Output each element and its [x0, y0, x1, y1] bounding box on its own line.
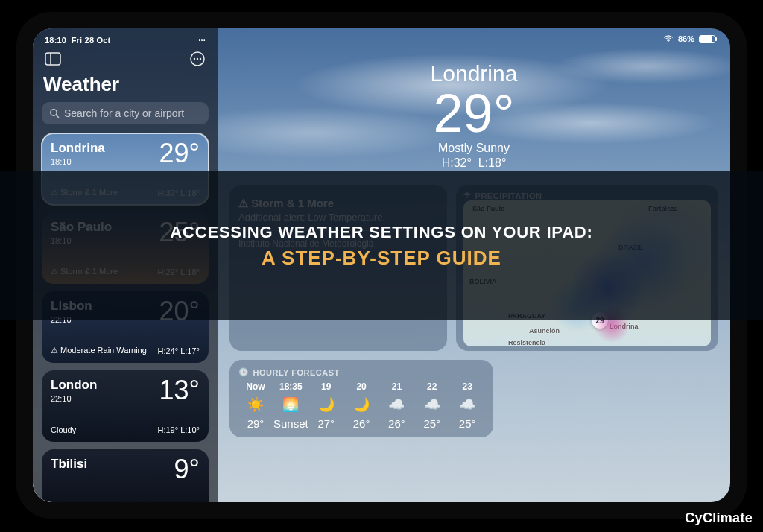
sidebar-toolbar	[40, 46, 210, 73]
hero-hilo: H:32° L:18°	[229, 156, 718, 170]
title-overlay: ACCESSING WEATHER SETTINGS ON YOUR IPAD:…	[0, 171, 763, 320]
hour-icon: ☁️	[424, 396, 440, 413]
hour-label: 21	[392, 381, 402, 392]
city-temp: 29°	[159, 138, 200, 169]
clock-icon: 🕒	[238, 367, 250, 377]
search-icon	[49, 108, 60, 118]
search-placeholder: Search for a city or airport	[64, 107, 184, 119]
svg-point-5	[200, 58, 201, 60]
wifi-icon	[663, 35, 674, 42]
city-temp: 9°	[174, 454, 200, 485]
map-label: Londrina	[610, 323, 639, 330]
hour-icon: ☁️	[388, 396, 405, 413]
battery-percent: 86%	[678, 34, 694, 43]
svg-point-3	[194, 58, 195, 60]
hourly-item: 20🌙26°	[344, 381, 379, 430]
overlay-line2: A STEP-BY-STEP GUIDE	[262, 247, 501, 270]
hourly-item: 19🌙27°	[309, 381, 343, 430]
hour-label: Now	[246, 381, 265, 392]
hourly-item: Now☀️29°	[238, 381, 273, 430]
hour-temp: 27°	[317, 417, 335, 430]
hour-label: 19	[321, 381, 331, 392]
hourly-item: 18:35🌅Sunset	[273, 381, 308, 430]
map-label: Resistencia	[508, 339, 545, 346]
brand-watermark: CyClimate	[685, 510, 753, 526]
city-hilo: H:24° L:17°	[158, 346, 200, 355]
hourly-forecast-panel[interactable]: 🕒 HOURLY FORECAST Now☀️29°18:35🌅Sunset19…	[229, 360, 493, 437]
hour-label: 20	[356, 381, 366, 392]
svg-point-8	[668, 41, 669, 42]
svg-rect-0	[45, 53, 60, 65]
overlay-line1: ACCESSING WEATHER SETTINGS ON YOUR IPAD:	[170, 223, 592, 242]
hero-temp: 29°	[229, 86, 718, 140]
hero-condition: Mostly Sunny	[229, 142, 718, 155]
hero: Londrina 29° Mostly Sunny H:32° L:18°	[229, 61, 718, 170]
hourly-item: 23☁️25°	[450, 381, 484, 430]
city-condition: ⚠︎ Moderate Rain Warning	[51, 346, 147, 355]
hour-temp: Sunset	[273, 417, 308, 430]
city-card[interactable]: Tbilisi9°	[42, 449, 209, 502]
city-condition: Cloudy	[51, 425, 76, 434]
hour-label: 23	[462, 381, 472, 392]
hour-label: 22	[427, 381, 437, 392]
hour-temp: 26°	[353, 417, 370, 430]
main-status-bar: 86%	[229, 33, 718, 43]
hour-icon: 🌅	[282, 396, 299, 413]
svg-point-4	[197, 58, 198, 60]
hourly-row: Now☀️29°18:35🌅Sunset19🌙27°20🌙26°21☁️26°2…	[238, 377, 484, 430]
hour-temp: 25°	[459, 417, 476, 430]
status-ellipsis: ···	[198, 36, 206, 45]
city-temp: 13°	[159, 375, 200, 406]
map-label: Asunción	[529, 327, 560, 335]
city-card[interactable]: London22:1013°CloudyH:19° L:10°	[42, 370, 209, 442]
hour-icon: ☁️	[459, 396, 475, 413]
sidebar-toggle-icon[interactable]	[43, 49, 63, 69]
sidebar-status-bar: 18:10 Fri 28 Oct ···	[40, 33, 210, 46]
hour-temp: 25°	[423, 417, 440, 430]
hour-temp: 26°	[388, 417, 405, 430]
hour-icon: 🌙	[353, 396, 370, 413]
hour-icon: 🌙	[318, 396, 335, 413]
hourly-item: 22☁️25°	[415, 381, 449, 430]
hourly-item: 21☁️26°	[379, 381, 414, 430]
hourly-header: 🕒 HOURLY FORECAST	[238, 367, 484, 377]
hour-label: 18:35	[279, 381, 303, 392]
hour-temp: 29°	[247, 417, 265, 430]
battery-icon	[699, 35, 715, 43]
status-time: 18:10 Fri 28 Oct	[45, 36, 110, 45]
svg-point-6	[51, 110, 57, 115]
more-options-icon[interactable]	[188, 49, 207, 69]
svg-line-7	[56, 115, 59, 118]
hour-icon: ☀️	[247, 396, 264, 413]
city-hilo: H:19° L:10°	[158, 425, 200, 434]
hero-city: Londrina	[229, 61, 718, 86]
app-title: Weather	[40, 73, 210, 102]
search-input[interactable]: Search for a city or airport	[42, 102, 209, 124]
stage: 18:10 Fri 28 Oct ··· Weather Search for	[0, 0, 763, 532]
